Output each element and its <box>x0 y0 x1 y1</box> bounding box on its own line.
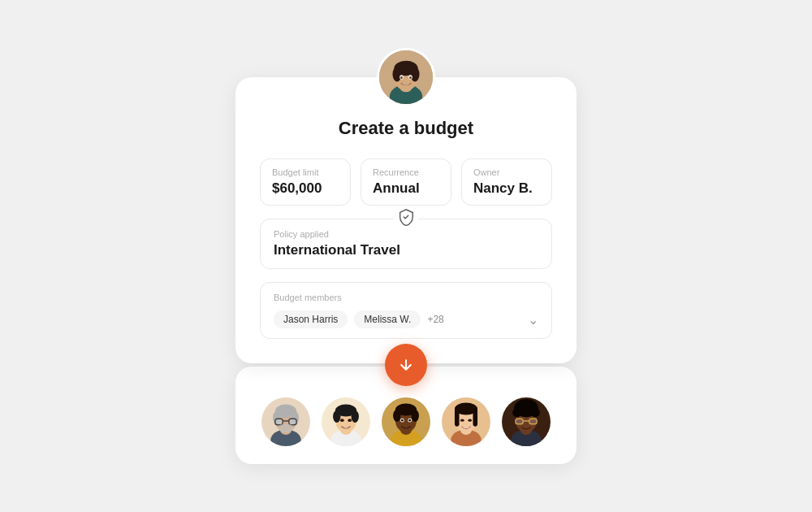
svg-point-40 <box>401 419 404 422</box>
members-box[interactable]: Budget members Jason Harris Melissa W. +… <box>260 282 552 339</box>
svg-point-36 <box>393 410 400 422</box>
member-avatar-2 <box>320 396 372 448</box>
budget-limit-value: $60,000 <box>272 180 339 197</box>
owner-box: Owner Nancy B. <box>461 158 552 206</box>
card-title: Create a budget <box>260 118 552 139</box>
svg-point-10 <box>409 76 412 80</box>
member-avatar-1 <box>260 396 312 448</box>
member-avatar-5 <box>500 396 552 448</box>
member-tags: Jason Harris Melissa W. +28 <box>274 310 444 328</box>
svg-rect-62 <box>529 419 537 424</box>
policy-value: International Travel <box>274 242 538 258</box>
member-tag-2: Melissa W. <box>354 310 421 328</box>
page-wrapper: Create a budget Budget limit $60,000 Rec… <box>235 48 577 464</box>
next-button[interactable] <box>385 344 427 386</box>
svg-rect-61 <box>516 419 523 424</box>
recurrence-label: Recurrence <box>373 167 439 177</box>
svg-point-30 <box>348 419 352 422</box>
owner-label: Owner <box>473 167 540 177</box>
members-row: Jason Harris Melissa W. +28 ⌄ <box>274 310 538 328</box>
svg-point-6 <box>411 67 420 81</box>
more-members-badge: +28 <box>427 314 443 325</box>
owner-value: Nancy B. <box>473 180 540 197</box>
shield-icon <box>394 208 418 229</box>
svg-point-5 <box>393 67 402 81</box>
members-label: Budget members <box>274 293 538 302</box>
budget-limit-label: Budget limit <box>272 167 339 177</box>
member-avatar-3 <box>380 396 432 448</box>
policy-label: Policy applied <box>274 229 538 239</box>
svg-point-29 <box>340 419 344 422</box>
svg-point-49 <box>460 419 464 421</box>
svg-point-27 <box>333 410 340 423</box>
svg-point-28 <box>352 410 359 423</box>
svg-rect-19 <box>289 419 296 425</box>
policy-box: Policy applied International Travel <box>260 219 552 269</box>
avatar <box>377 48 435 106</box>
svg-point-50 <box>468 419 472 421</box>
svg-point-9 <box>400 76 403 80</box>
svg-point-37 <box>412 410 419 422</box>
svg-rect-18 <box>275 419 283 425</box>
member-tag-1: Jason Harris <box>274 310 348 328</box>
budget-limit-box: Budget limit $60,000 <box>260 158 351 206</box>
member-avatar-4 <box>440 396 492 448</box>
arrow-button-wrapper <box>385 344 427 386</box>
svg-point-60 <box>522 403 529 410</box>
svg-rect-47 <box>455 408 460 427</box>
svg-rect-48 <box>473 408 477 427</box>
svg-point-41 <box>408 419 411 422</box>
recurrence-value: Annual <box>373 180 439 197</box>
info-row: Budget limit $60,000 Recurrence Annual O… <box>260 158 552 206</box>
recurrence-box: Recurrence Annual <box>361 158 451 206</box>
main-card: Create a budget Budget limit $60,000 Rec… <box>235 77 577 363</box>
chevron-down-icon[interactable]: ⌄ <box>528 312 538 328</box>
